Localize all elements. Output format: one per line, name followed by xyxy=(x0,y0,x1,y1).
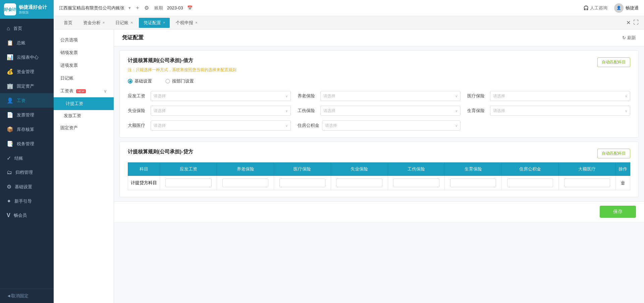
period-value: 2023-03 xyxy=(167,5,183,10)
debit-form-grid: 应发工资 请选择 ∨ 养老保险 请选择 ∨ 医疗 xyxy=(128,91,630,131)
radio-group: 基础设置 按部门设置 xyxy=(128,78,630,84)
tab-home-label: 首页 xyxy=(64,20,72,26)
sidebar-item-assets[interactable]: 🏢 固定资产 xyxy=(0,79,54,93)
field-unemployment: 失业保险 请选择 ∨ xyxy=(128,106,291,116)
expand-icon[interactable]: ⛶ xyxy=(633,19,639,26)
field-birth-select[interactable]: 请选择 ∨ xyxy=(490,106,630,116)
sidebar-item-label: 固定资产 xyxy=(17,83,34,89)
field-salary-select[interactable]: 请选择 ∨ xyxy=(151,91,291,101)
sidebar-item-ledger[interactable]: 📋 总账 xyxy=(0,36,54,50)
input-unemployment[interactable] xyxy=(336,179,382,187)
sidebar-item-archive[interactable]: 🗂 归档管理 xyxy=(0,165,54,180)
user-menu[interactable]: 👤 畅捷通 xyxy=(614,3,639,13)
close-tab-icon[interactable]: ✕ xyxy=(626,19,631,26)
input-major-medical[interactable] xyxy=(564,179,610,187)
cell-birth xyxy=(445,176,502,190)
tab-voucher-close-icon[interactable]: × xyxy=(163,21,165,24)
save-button[interactable]: 保存 xyxy=(600,206,636,218)
company-dropdown-icon[interactable]: ▾ xyxy=(128,5,131,10)
tab-tax-close-icon[interactable]: × xyxy=(195,21,197,24)
input-salary[interactable] xyxy=(165,179,212,187)
settings-icon[interactable]: ⚙ xyxy=(144,5,149,11)
sidebar-item-reports[interactable]: 📊 云报表中心 xyxy=(0,50,54,64)
period-label: 账期 xyxy=(154,5,163,11)
sidebar-item-label: 总账 xyxy=(17,40,25,46)
sidebar-item-guide[interactable]: ✦ 新手引导 xyxy=(0,194,54,208)
refresh-button[interactable]: ↻ 刷新 xyxy=(622,35,636,41)
debit-notice: 注：只能选择一种方式，系统将按照您当前的选择来配置规则 xyxy=(128,67,236,73)
service-button[interactable]: 🎧 人工咨询 xyxy=(583,5,607,11)
input-housing[interactable] xyxy=(507,179,553,187)
field-injury-label: 工伤保险 xyxy=(298,108,318,114)
left-nav-salary-table[interactable]: 工资表 NEW ∨ xyxy=(54,85,114,97)
tab-home[interactable]: 首页 xyxy=(59,18,77,28)
field-medical: 医疗保险 请选择 ∨ xyxy=(467,91,630,101)
field-pension-select[interactable]: 请选择 ∨ xyxy=(320,91,461,101)
tab-funds-label: 资金分析 xyxy=(83,20,101,26)
vip-icon: V xyxy=(7,212,10,218)
cell-pension xyxy=(217,176,274,190)
left-nav-pay[interactable]: 发放工资 xyxy=(54,110,114,121)
sidebar-item-vip[interactable]: V 畅会员 xyxy=(0,208,54,222)
radio-dept[interactable]: 按部门设置 xyxy=(165,78,194,84)
left-nav-fixed-assets[interactable]: 固定资产 xyxy=(54,121,114,134)
debit-auto-match-button[interactable]: 自动匹配科目 xyxy=(597,57,630,67)
left-nav-sales-invoice[interactable]: 销项发票 xyxy=(54,46,114,59)
sidebar-item-close[interactable]: ✓ 结账 xyxy=(0,151,54,165)
field-major-medical-select[interactable]: 请选择 ∨ xyxy=(151,120,291,131)
credit-section-title: 计提核算规则(公司承担)-贷方 xyxy=(128,149,193,155)
field-housing-fund-select[interactable]: 请选择 ∨ xyxy=(322,120,461,131)
sidebar-item-tax[interactable]: 📑 税务管理 xyxy=(0,137,54,151)
field-medical-select[interactable]: 请选择 ∨ xyxy=(490,91,630,101)
input-pension[interactable] xyxy=(222,179,269,187)
tab-funds[interactable]: 资金分析 × xyxy=(78,18,109,28)
left-nav-diary[interactable]: 日记账 xyxy=(54,72,114,85)
input-medical[interactable] xyxy=(279,179,326,187)
sidebar-item-home[interactable]: ⌂ 首页 xyxy=(0,21,54,36)
service-label: 人工咨询 xyxy=(590,5,607,11)
credit-section: 计提核算规则(公司承担)-贷方 自动匹配科目 科目 应发工资 养老保险 医疗保险… xyxy=(119,142,639,197)
cell-action: 🗑 xyxy=(615,176,630,190)
input-birth[interactable] xyxy=(450,179,496,187)
field-salary: 应发工资 请选择 ∨ xyxy=(128,91,291,101)
sidebar-footer-toggle[interactable]: ◄取消固定 xyxy=(0,289,54,303)
field-medical-label: 医疗保险 xyxy=(467,93,487,99)
sidebar-item-funds[interactable]: 💰 资金管理 xyxy=(0,64,54,79)
calendar-icon[interactable]: 📅 xyxy=(187,5,193,10)
col-major-medical: 大额医疗 xyxy=(558,163,615,176)
left-nav-public[interactable]: 公共选项 xyxy=(54,34,114,46)
sidebar-item-inventory[interactable]: 📦 库存核算 xyxy=(0,122,54,137)
add-company-button[interactable]: ＋ xyxy=(135,4,140,11)
field-unemployment-select[interactable]: 请选择 ∨ xyxy=(151,106,291,116)
sidebar-item-salary[interactable]: 👤 工资 xyxy=(0,93,54,108)
delete-row-icon[interactable]: 🗑 xyxy=(621,180,625,186)
headset-icon: 🎧 xyxy=(583,5,589,10)
sidebar-item-label: 归档管理 xyxy=(15,169,33,175)
tab-tax[interactable]: 个税申报 × xyxy=(171,18,202,28)
left-nav-accrual[interactable]: 计提工资 xyxy=(54,97,114,110)
field-birth-label: 生育保险 xyxy=(467,108,487,114)
credit-table: 科目 应发工资 养老保险 医疗保险 失业保险 工伤保险 生育保险 住房公积金 大… xyxy=(128,162,630,190)
col-pension: 养老保险 xyxy=(217,163,274,176)
left-nav-purchase-invoice[interactable]: 进项发票 xyxy=(54,59,114,72)
cell-major-medical xyxy=(558,176,615,190)
field-injury: 工伤保险 请选择 ∨ xyxy=(298,106,461,116)
credit-auto-match-button[interactable]: 自动匹配科目 xyxy=(597,149,630,158)
right-main: 凭证配置 ↻ 刷新 计提核算规则(公司承担)-借方 注：只能选择一种方式，系统将… xyxy=(114,30,644,303)
sidebar-item-label: 发票管理 xyxy=(17,112,34,118)
sidebar-item-invoice-mgmt[interactable]: 📄 发票管理 xyxy=(0,108,54,122)
col-birth: 生育保险 xyxy=(445,163,502,176)
chevron-down-icon: ∨ xyxy=(625,94,627,98)
tab-funds-close-icon[interactable]: × xyxy=(103,21,105,24)
field-injury-select[interactable]: 请选择 ∨ xyxy=(320,106,461,116)
field-housing-fund-label: 住房公积金 xyxy=(298,122,319,129)
tab-diary[interactable]: 日记账 × xyxy=(111,18,137,28)
tab-diary-close-icon[interactable]: × xyxy=(130,21,132,24)
input-injury[interactable] xyxy=(393,179,439,187)
sidebar-item-basic[interactable]: ⚙ 基础设置 xyxy=(0,180,54,194)
ledger-icon: 📋 xyxy=(7,40,13,46)
debit-section-title: 计提核算规则(公司承担)-借方 xyxy=(128,57,236,64)
cell-subject: 计提贷方科目 xyxy=(128,176,160,190)
tab-voucher[interactable]: 凭证配置 × xyxy=(139,18,170,28)
radio-basic[interactable]: 基础设置 xyxy=(128,78,152,84)
